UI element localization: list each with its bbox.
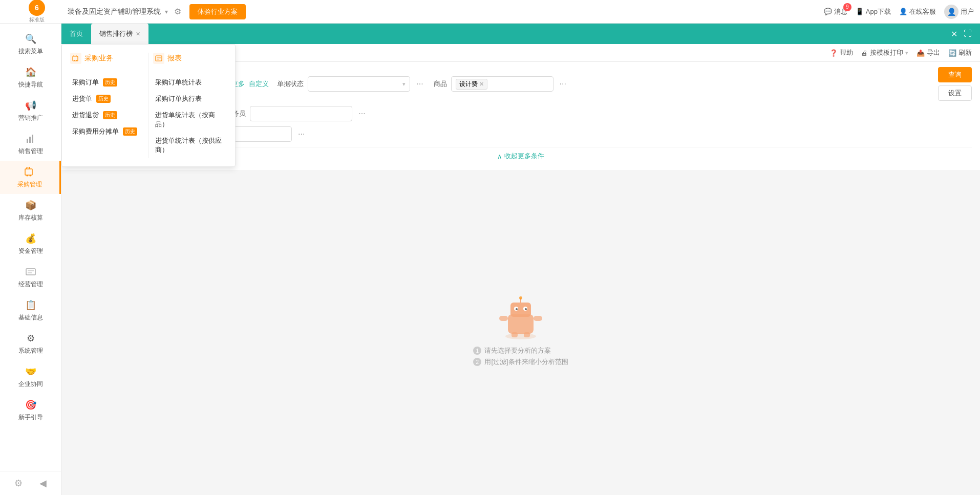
tab-home[interactable]: 首页: [61, 24, 91, 44]
dropdown-item-purchase-order-stat[interactable]: 采购订单统计表: [153, 74, 227, 91]
salesperson-more[interactable]: ···: [356, 109, 367, 118]
svg-rect-10: [508, 314, 534, 334]
dropdown-item-goods-return[interactable]: 进货退货 历史: [70, 107, 144, 123]
dropdown-item-purchase-order-exec[interactable]: 采购订单执行表: [153, 91, 227, 107]
svg-point-23: [74, 60, 75, 61]
tab-close-icon[interactable]: ✕: [136, 31, 140, 37]
help-btn[interactable]: ❓ 帮助: [829, 48, 853, 57]
sidebar-settings-icon[interactable]: ⚙: [14, 478, 23, 489]
sidebar-item-basic-info[interactable]: 📋 基础信息: [0, 294, 61, 327]
online-service-btn[interactable]: 👤 在线客服: [899, 7, 936, 16]
goods-filter: 商品 设计费 ✕ ···: [434, 76, 568, 92]
svg-rect-19: [534, 316, 542, 321]
industry-btn[interactable]: 体验行业方案: [189, 4, 246, 19]
message-btn[interactable]: 💬 消息 9: [824, 7, 847, 16]
quick-nav-icon: 🏠: [25, 66, 37, 78]
dropdown-item-purchase-order[interactable]: 采购订单 历史: [70, 74, 144, 91]
svg-rect-2: [27, 139, 28, 143]
tab-fullscreen-btn[interactable]: ⛶: [962, 27, 974, 40]
print-btn[interactable]: 🖨 按模板打印 ▾: [861, 48, 908, 57]
sidebar-item-system[interactable]: ⚙ 系统管理: [0, 327, 61, 360]
sidebar-item-sales[interactable]: 销售管理: [0, 127, 61, 161]
logo-subtitle: 标准版: [29, 16, 45, 24]
empty-hints: 1 请先选择要分析的方案 2 用[过滤]条件来缩小分析范围: [473, 346, 568, 369]
dropdown-item-expense[interactable]: 采购费用分摊单 历史: [70, 123, 144, 140]
sidebar-item-search-menu[interactable]: 🔍 搜索菜单: [0, 28, 61, 61]
header-settings-icon[interactable]: ⚙: [174, 7, 181, 16]
sidebar-item-enterprise[interactable]: 🤝 企业协同: [0, 360, 61, 394]
empty-illustration: [495, 296, 546, 340]
sidebar-item-quick-nav[interactable]: 🏠 快捷导航: [0, 61, 61, 94]
sidebar-item-marketing[interactable]: 📢 营销推广: [0, 94, 61, 127]
tab-sales-ranking[interactable]: 销售排行榜 ✕: [91, 24, 148, 44]
system-title-area: 装备及固定资产辅助管理系统 ▾ ⚙ 体验行业方案: [68, 4, 824, 19]
system-icon: ⚙: [25, 332, 37, 345]
voucher-status-label: 单据状态: [277, 79, 304, 89]
logo-icon: 6: [29, 0, 45, 16]
dropdown-item-goods-stat-by-goods[interactable]: 进货单统计表（按商品）: [153, 107, 227, 133]
tab-controls: ✕ ⛶: [949, 27, 980, 41]
inventory-icon: 📦: [25, 199, 37, 211]
voucher-status-input[interactable]: ▾: [308, 76, 410, 92]
dropdown-divider: [148, 53, 149, 158]
system-title-dropdown[interactable]: ▾: [165, 8, 168, 15]
empty-hint-2: 2 用[过滤]条件来缩小分析范围: [473, 357, 568, 367]
dropdown-purchase-title: 采购业务: [70, 53, 144, 68]
sidebar-item-purchase[interactable]: 采购管理: [0, 161, 61, 194]
sidebar-collapse-icon[interactable]: ◀: [39, 478, 47, 489]
settings-small-btn[interactable]: 设置: [938, 85, 972, 101]
customer-more[interactable]: ···: [296, 130, 307, 139]
svg-rect-20: [512, 332, 518, 337]
refresh-icon: 🔄: [948, 49, 956, 57]
dropdown-columns: 采购业务 采购订单 历史 进货单 历史 进货退货 历史: [70, 53, 227, 158]
svg-text:6: 6: [35, 4, 39, 12]
svg-point-24: [76, 60, 77, 61]
svg-rect-22: [73, 56, 78, 61]
sidebar-item-operations[interactable]: 经营管理: [0, 261, 61, 294]
guide-icon: 🎯: [25, 399, 37, 411]
history-badge-3: 历史: [123, 127, 137, 136]
sidebar: 🔍 搜索菜单 🏠 快捷导航 📢 营销推广 销售管理 采购管理 📦 库存核算: [0, 24, 61, 495]
svg-point-6: [27, 175, 28, 177]
print-dropdown-icon[interactable]: ▾: [905, 50, 908, 56]
operations-icon: [25, 266, 37, 278]
svg-rect-3: [29, 137, 31, 143]
voucher-status-more[interactable]: ···: [414, 79, 425, 89]
refresh-btn[interactable]: 🔄 刷新: [948, 48, 972, 57]
main-layout: 🔍 搜索菜单 🏠 快捷导航 📢 营销推广 销售管理 采购管理 📦 库存核算: [0, 24, 980, 495]
svg-rect-4: [32, 135, 33, 143]
print-icon: 🖨: [861, 49, 868, 57]
goods-label: 商品: [434, 79, 447, 89]
goods-input[interactable]: 设计费 ✕: [451, 76, 553, 92]
marketing-icon: 📢: [25, 99, 37, 112]
goods-more[interactable]: ···: [558, 79, 568, 89]
dropdown-item-goods-stat-by-supplier[interactable]: 进货单统计表（按供应商）: [153, 133, 227, 158]
user-area[interactable]: 👤 用户: [944, 5, 974, 19]
basic-info-icon: 📋: [25, 299, 37, 311]
data-area: 1 请先选择要分析的方案 2 用[过滤]条件来缩小分析范围: [61, 170, 980, 495]
sales-icon: [25, 133, 37, 145]
dropdown-report-col: 报表 采购订单统计表 采购订单执行表 进货单统计表（按商品） 进货单统计表（按供…: [153, 53, 227, 158]
salesperson-input[interactable]: [250, 106, 352, 121]
history-badge-2: 历史: [103, 111, 117, 119]
sidebar-item-inventory[interactable]: 📦 库存核算: [0, 194, 61, 227]
svg-point-17: [519, 296, 522, 299]
app-download-btn[interactable]: 📱 App下载: [856, 7, 891, 16]
message-icon: 💬: [824, 8, 832, 15]
dropdown-item-goods-receipt[interactable]: 进货单 历史: [70, 91, 144, 107]
export-btn[interactable]: 📤 导出: [917, 48, 940, 57]
svg-point-14: [516, 308, 518, 310]
empty-state: 1 请先选择要分析的方案 2 用[过滤]条件来缩小分析范围: [473, 296, 568, 369]
date-custom-link[interactable]: 自定义: [249, 79, 269, 89]
sidebar-item-guide[interactable]: 🎯 新手引导: [0, 394, 61, 427]
sidebar-item-finance[interactable]: 💰 资金管理: [0, 227, 61, 261]
help-icon: ❓: [829, 49, 838, 57]
goods-tag-close[interactable]: ✕: [479, 81, 484, 88]
search-menu-icon: 🔍: [25, 33, 37, 45]
svg-point-7: [30, 175, 31, 177]
tab-close-btn[interactable]: ✕: [949, 27, 960, 41]
dropdown-report-title: 报表: [153, 53, 227, 68]
svg-rect-5: [25, 169, 32, 175]
purchase-dropdown-menu: 采购业务 采购订单 历史 进货单 历史 进货退货 历史: [61, 44, 236, 167]
query-btn[interactable]: 查询: [938, 67, 972, 82]
